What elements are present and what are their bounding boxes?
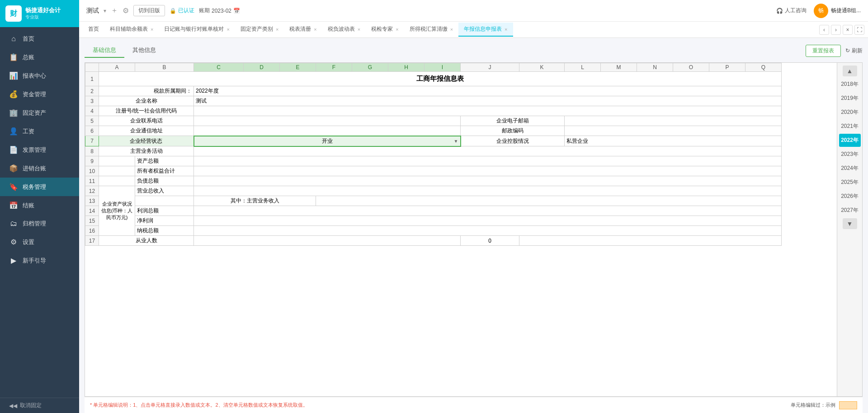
col-header-j[interactable]: J [461,63,519,72]
cell-15-value[interactable] [194,216,782,226]
cell-17-empty[interactable] [194,236,461,246]
sidebar-item-report[interactable]: 📊 报表中心 [0,66,79,85]
subtab-other[interactable]: 其他信息 [124,43,164,58]
sidebar-item-guide[interactable]: ▶ 新手引导 [0,251,79,270]
tab-tax-calc[interactable]: 所得税汇算清缴 × [404,23,458,37]
sidebar-item-salary[interactable]: 👤 工资 [0,122,79,141]
sidebar-item-tax[interactable]: 🔖 税务管理 [0,178,79,196]
cell-8-value[interactable] [194,146,782,156]
year-item-2025[interactable]: 2025年 [839,176,861,189]
year-item-2022[interactable]: 2022年 [839,134,861,147]
col-header-q[interactable]: Q [745,63,782,72]
year-nav-down-button[interactable]: ▼ [843,218,857,229]
cell-12-value[interactable] [194,186,782,196]
cell-2-value[interactable]: 2022年度 [194,86,782,96]
cell-7-control-value[interactable]: 私营企业 [565,136,782,146]
topbar-settings-icon[interactable]: ⚙ [123,6,129,15]
sidebar-item-close[interactable]: 📅 结账 [0,196,79,215]
cell-14-value[interactable] [194,206,782,216]
tab-aux[interactable]: 科目辅助余额表 × [104,23,159,37]
tab-tax-list-close[interactable]: × [314,27,316,32]
col-header-i[interactable]: I [425,63,461,72]
cell-5-email[interactable] [565,116,782,126]
cell-13-value[interactable] [316,196,782,206]
switch-old-version-button[interactable]: 切到旧版 [133,5,165,16]
tab-tax-inspect[interactable]: 税检专家 × [366,23,404,37]
tab-annual-report[interactable]: 年报信息申报表 × [458,23,513,37]
year-item-2024[interactable]: 2024年 [839,162,861,175]
sidebar-collapse-button[interactable]: ◀◀ 取消固定 [0,398,79,413]
sidebar-item-home[interactable]: ⌂ 首页 [0,30,79,48]
col-header-f[interactable]: F [316,63,352,72]
cell-10-value[interactable] [194,166,782,176]
service-button[interactable]: 🎧 人工咨询 [776,7,807,14]
sidebar-item-archive[interactable]: 🗂 归档管理 [0,215,79,233]
refresh-button[interactable]: ↻ 刷新 [845,47,863,55]
tab-prev-button[interactable]: ‹ [819,25,829,35]
tab-journal[interactable]: 日记账与银行对账单核对 × [159,23,235,37]
sidebar-item-general[interactable]: 📋 总账 [0,48,79,66]
col-header-e[interactable]: E [280,63,316,72]
cell-11-value[interactable] [194,176,782,186]
col-header-p[interactable]: P [709,63,745,72]
year-item-2027[interactable]: 2027年 [839,204,861,217]
col-header-c[interactable]: C [194,63,244,72]
cell-9-value[interactable] [194,156,782,166]
cell-17-rest[interactable] [519,236,782,246]
col-header-a[interactable]: A [99,63,135,72]
calendar-icon[interactable]: 📅 [233,8,240,14]
sidebar-item-fund[interactable]: 💰 资金管理 [0,85,79,103]
year-item-2021[interactable]: 2021年 [839,120,861,133]
cell-6-postal[interactable] [565,126,782,136]
tab-next-button[interactable]: › [831,25,841,35]
topbar-add-icon[interactable]: ＋ [111,6,118,15]
subtab-basic[interactable]: 基础信息 [85,43,124,58]
sidebar-item-purchase[interactable]: 📦 进销台账 [0,159,79,178]
year-item-2023[interactable]: 2023年 [839,148,861,161]
tab-tax-inspect-close[interactable]: × [396,27,398,32]
cell-4-value[interactable] [194,106,782,116]
col-header-d[interactable]: D [244,63,280,72]
year-item-2018[interactable]: 2018年 [839,78,861,91]
cell-5-phone[interactable] [194,116,461,126]
cell-16-label: 纳税总额 [135,226,194,236]
year-nav-up-button[interactable]: ▲ [843,66,857,76]
cell-16-value[interactable] [194,226,782,236]
tab-aux-close[interactable]: × [151,27,153,32]
sidebar-item-settings[interactable]: ⚙ 设置 [0,233,79,251]
tab-tax-wave-close[interactable]: × [358,27,360,32]
year-item-2026[interactable]: 2026年 [839,190,861,203]
col-header-o[interactable]: O [673,63,709,72]
tab-close-all-button[interactable]: × [843,25,853,35]
reset-report-button[interactable]: 重置报表 [806,45,841,57]
tab-fixed-type-close[interactable]: × [276,27,278,32]
col-header-n[interactable]: N [637,63,673,72]
col-header-b[interactable]: B [135,63,194,72]
col-header-m[interactable]: M [601,63,637,72]
col-header-k[interactable]: K [519,63,565,72]
collapse-icon: ◀◀ [9,403,17,409]
tab-tax-calc-close[interactable]: × [450,27,453,32]
cell-17-value[interactable]: 0 [461,236,519,246]
cell-7-status[interactable]: 开业 ▼ [194,136,461,146]
sidebar-item-invoice[interactable]: 📄 发票管理 [0,141,79,159]
user-menu[interactable]: 畅 畅捷通B组... [814,4,861,18]
tab-tax-wave[interactable]: 税负波动表 × [322,23,366,37]
sidebar-item-fixed[interactable]: 🏢 固定资产 [0,103,79,122]
sheet-title-cell[interactable]: 工商年报信息表 [99,72,782,86]
tab-annual-report-close[interactable]: × [505,27,507,32]
tab-journal-close[interactable]: × [226,27,229,32]
year-item-2019[interactable]: 2019年 [839,92,861,105]
year-item-2020[interactable]: 2020年 [839,106,861,119]
cell-3-value[interactable]: 测试 [194,96,782,106]
col-header-l[interactable]: L [565,63,601,72]
spreadsheet-main[interactable]: A B C D E F G H I J K L M [85,63,837,396]
cell-6-addr[interactable] [194,126,461,136]
tab-home[interactable]: 首页 [83,23,104,37]
col-header-h[interactable]: H [388,63,425,72]
tab-tax-list[interactable]: 税表清册 × [284,23,322,37]
tab-fixed-type[interactable]: 固定资产类别 × [235,23,284,37]
col-header-g[interactable]: G [352,63,388,72]
tab-expand-button[interactable]: ⛶ [854,25,864,35]
topbar-dropdown-icon[interactable]: ▾ [104,8,106,14]
